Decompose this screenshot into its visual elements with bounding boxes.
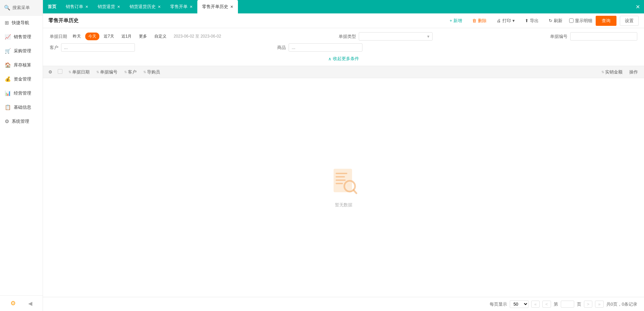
- svg-line-6: [353, 190, 356, 193]
- add-button[interactable]: + 新增: [446, 16, 465, 25]
- tab-sales-return-close[interactable]: ✕: [117, 5, 120, 9]
- sort-icon-customer: ⇅: [124, 70, 127, 74]
- tab-sales-return-history[interactable]: 销货退货历史 ✕: [125, 0, 165, 13]
- export-button[interactable]: ⬆ 导出: [522, 16, 542, 25]
- sidebar-search[interactable]: 🔍 搜索采单: [0, 0, 43, 16]
- sidebar-item-basic-info[interactable]: 📋 基础信息: [0, 100, 43, 114]
- tab-sales-return[interactable]: 销货退货 ✕: [93, 0, 125, 13]
- sidebar-item-sales-mgmt[interactable]: 📈 销售管理: [0, 30, 43, 44]
- tab-retail-open-close[interactable]: ✕: [190, 5, 193, 9]
- sort-icon-number: ⇅: [96, 70, 99, 74]
- tab-retail-history[interactable]: 零售开单历史 ✕: [197, 0, 238, 13]
- col-number[interactable]: ⇅ 单据编号: [93, 69, 121, 75]
- sidebar-item-inventory[interactable]: 🏠 库存核算: [0, 58, 43, 72]
- sidebar-item-label: 系统管理: [12, 118, 29, 124]
- window-close-icon[interactable]: ✕: [636, 4, 640, 10]
- prev-page-button[interactable]: <: [542, 301, 551, 308]
- main-area: 首页 销售订单 ✕ 销货退货 ✕ 销货退货历史 ✕ 零售开单 ✕ 零售开单历史 …: [43, 0, 644, 311]
- first-page-button[interactable]: «: [531, 301, 540, 308]
- sidebar-item-label: 经营管理: [14, 90, 31, 96]
- col-amount[interactable]: ⇅ 实销金额: [598, 69, 626, 75]
- sidebar-item-system[interactable]: ⚙ 系统管理: [0, 114, 43, 128]
- empty-state-illustration: [327, 167, 360, 197]
- sidebar-item-operations[interactable]: 📊 经营管理: [0, 86, 43, 100]
- number-filter-input-wrap[interactable]: [570, 32, 637, 41]
- collapse-sidebar-icon[interactable]: ◀: [28, 300, 32, 307]
- number-filter-input[interactable]: [573, 34, 634, 39]
- select-all-checkbox[interactable]: [55, 69, 65, 75]
- search-icon: 🔍: [4, 5, 10, 11]
- page-number-input[interactable]: 1: [561, 301, 574, 308]
- customer-filter-input[interactable]: [64, 45, 132, 50]
- inventory-icon: 🏠: [5, 62, 11, 68]
- tab-sales-return-history-label: 销货退货历史: [130, 4, 156, 10]
- filter-area: 单据日期 昨天 今天 近7天 近1月 更多 自定义 2023-06-02 至 2…: [43, 28, 644, 66]
- settings-bottom-icon[interactable]: ⚙: [10, 300, 16, 307]
- type-filter-select[interactable]: ▾: [359, 32, 433, 41]
- tab-sales-order-close[interactable]: ✕: [85, 5, 88, 9]
- col-salesperson[interactable]: ⇅ 导购员: [140, 69, 163, 75]
- tab-sales-return-label: 销货退货: [98, 4, 115, 10]
- tab-home[interactable]: 首页: [43, 0, 61, 13]
- query-button[interactable]: 查询: [596, 16, 616, 26]
- settings-button[interactable]: 设置: [620, 16, 639, 26]
- sidebar-item-label: 基础信息: [14, 104, 31, 110]
- basic-info-icon: 📋: [5, 104, 11, 110]
- date-filter-label: 单据日期: [50, 34, 67, 40]
- finance-icon: 💰: [5, 76, 11, 82]
- last-page-button[interactable]: »: [595, 301, 603, 308]
- date-btn-1month[interactable]: 近1月: [118, 33, 135, 40]
- toolbar: 零售开单历史 + 新增 🗑 删除 🖨 打印 ▾ ⬆ 导出 ↻ 刷新 显示明细 查…: [43, 13, 644, 28]
- system-icon: ⚙: [5, 118, 9, 124]
- sort-icon-amount: ⇅: [601, 70, 604, 74]
- customer-filter-input-wrap[interactable]: [61, 43, 135, 52]
- export-icon: ⬆: [525, 18, 529, 23]
- purchase-mgmt-icon: 🛒: [5, 48, 11, 54]
- tab-sales-order[interactable]: 销售订单 ✕: [61, 0, 93, 13]
- goods-filter-input[interactable]: [292, 45, 359, 50]
- date-btn-7days[interactable]: 近7天: [101, 33, 117, 40]
- date-btn-custom[interactable]: 自定义: [151, 33, 169, 40]
- table-settings-icon[interactable]: ⚙: [46, 69, 55, 74]
- date-btn-more[interactable]: 更多: [136, 33, 150, 40]
- tab-sales-return-history-close[interactable]: ✕: [158, 5, 161, 9]
- number-filter-label: 单据编号: [550, 34, 567, 40]
- display-detail-checkbox[interactable]: [569, 18, 574, 23]
- sales-mgmt-icon: 📈: [5, 34, 11, 40]
- page-size-select[interactable]: 20 50 100: [510, 300, 529, 308]
- date-btn-today[interactable]: 今天: [85, 33, 99, 40]
- sidebar-item-purchase-mgmt[interactable]: 🛒 采购管理: [0, 44, 43, 58]
- sidebar-item-finance[interactable]: 💰 资金管理: [0, 72, 43, 86]
- total-info: 共0页，0条记录: [606, 301, 637, 307]
- refresh-button[interactable]: ↻ 刷新: [545, 16, 566, 25]
- page-title: 零售开单历史: [48, 17, 79, 24]
- tab-retail-history-close[interactable]: ✕: [230, 5, 233, 9]
- sort-icon-salesperson: ⇅: [143, 70, 146, 74]
- collapse-up-icon: ∧: [328, 56, 332, 61]
- sidebar: 🔍 搜索采单 ⊞ 快捷导航 📈 销售管理 🛒 采购管理 🏠 库存核算 💰 资金管…: [0, 0, 43, 311]
- next-page-button[interactable]: >: [584, 301, 593, 308]
- delete-button[interactable]: 🗑 删除: [469, 16, 490, 25]
- tab-retail-open-label: 零售开单: [170, 4, 188, 10]
- goods-filter-input-wrap[interactable]: [289, 43, 362, 52]
- display-detail-toggle[interactable]: 显示明细: [569, 18, 592, 24]
- top-nav: 首页 销售订单 ✕ 销货退货 ✕ 销货退货历史 ✕ 零售开单 ✕ 零售开单历史 …: [43, 0, 644, 13]
- sidebar-item-quick-nav[interactable]: ⊞ 快捷导航: [0, 16, 43, 30]
- type-filter-label: 单据类型: [339, 34, 356, 40]
- tab-retail-open[interactable]: 零售开单 ✕: [165, 0, 197, 13]
- col-customer[interactable]: ⇅ 客户: [121, 69, 140, 75]
- sidebar-item-label: 销售管理: [14, 34, 31, 40]
- sidebar-bottom: ⚙ ◀: [0, 295, 43, 311]
- print-icon: 🖨: [497, 18, 501, 23]
- print-button[interactable]: 🖨 打印 ▾: [493, 16, 518, 25]
- col-date[interactable]: ⇅ 单据日期: [65, 69, 93, 75]
- date-btn-yesterday[interactable]: 昨天: [70, 33, 84, 40]
- content-area: ⚙ ⇅ 单据日期 ⇅ 单据编号 ⇅ 客户 ⇅ 导购员 ⇅ 实销金额: [43, 66, 644, 311]
- date-range-display: 2023-06-02 至 2023-06-02: [174, 34, 221, 39]
- svg-rect-2: [336, 176, 345, 177]
- collapse-filter-button[interactable]: ∧ 收起更多条件: [50, 54, 637, 63]
- sidebar-item-label: 采购管理: [14, 48, 31, 54]
- empty-text: 暂无数据: [335, 202, 352, 208]
- svg-rect-4: [336, 183, 343, 184]
- quick-nav-icon: ⊞: [5, 20, 9, 26]
